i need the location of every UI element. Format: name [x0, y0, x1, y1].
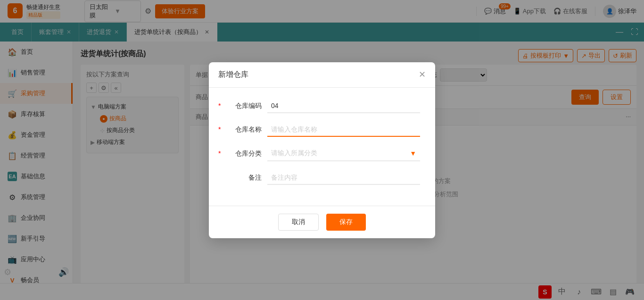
category-chevron-icon: ▼ — [410, 150, 416, 157]
code-label: 仓库编码 — [224, 102, 262, 110]
modal-overlay[interactable]: 新增仓库 ✕ 仓库编码 仓库名称 仓库分类 请输入所属分类 ▼ — [0, 0, 644, 300]
add-warehouse-modal: 新增仓库 ✕ 仓库编码 仓库名称 仓库分类 请输入所属分类 ▼ — [209, 62, 435, 238]
category-label: 仓库分类 — [224, 150, 262, 158]
cancel-button[interactable]: 取消 — [278, 214, 319, 231]
modal-footer: 取消 保存 — [209, 206, 435, 238]
note-input[interactable] — [267, 171, 420, 185]
save-button[interactable]: 保存 — [326, 214, 366, 231]
note-field: 备注 — [224, 171, 420, 185]
category-select[interactable]: 请输入所属分类 ▼ — [267, 146, 420, 161]
code-field: 仓库编码 — [224, 99, 420, 113]
code-input[interactable] — [267, 99, 420, 113]
modal-close-button[interactable]: ✕ — [419, 70, 426, 79]
category-placeholder: 请输入所属分类 — [271, 149, 317, 158]
name-label: 仓库名称 — [224, 125, 262, 134]
modal-body: 仓库编码 仓库名称 仓库分类 请输入所属分类 ▼ 备注 — [209, 88, 435, 206]
note-label: 备注 — [224, 174, 262, 182]
category-field: 仓库分类 请输入所属分类 ▼ — [224, 146, 420, 161]
name-field: 仓库名称 — [224, 123, 420, 137]
modal-header: 新增仓库 ✕ — [209, 62, 435, 88]
modal-title: 新增仓库 — [218, 70, 248, 80]
name-input[interactable] — [267, 123, 420, 137]
